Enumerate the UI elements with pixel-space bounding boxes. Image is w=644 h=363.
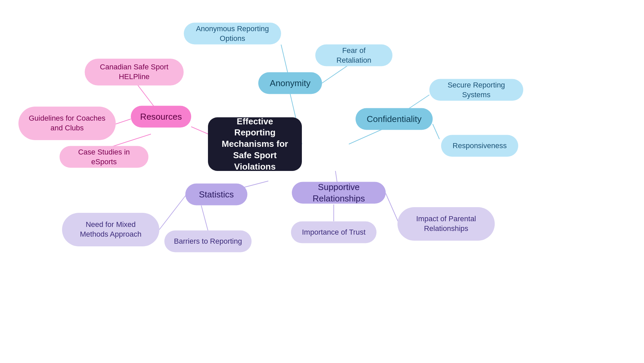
case-studies-node[interactable]: Case Studies in eSports: [60, 146, 149, 168]
svg-line-15: [386, 193, 399, 224]
supportive-node[interactable]: Supportive Relationships: [292, 182, 386, 204]
resources-node[interactable]: Resources: [131, 106, 191, 128]
svg-line-11: [159, 194, 186, 230]
fear-retaliation-node[interactable]: Fear of Retaliation: [315, 45, 392, 66]
responsiveness-node[interactable]: Responsiveness: [441, 135, 518, 157]
confidentiality-node[interactable]: Confidentiality: [356, 108, 433, 130]
impact-parental-node[interactable]: Impact of Parental Relationships: [397, 207, 495, 241]
importance-trust-node[interactable]: Importance of Trust: [291, 222, 377, 243]
barriers-node[interactable]: Barriers to Reporting: [164, 231, 252, 252]
guidelines-node[interactable]: Guidelines for Coaches and Clubs: [18, 107, 116, 140]
anonymous-reporting-node[interactable]: Anonymous Reporting Options: [184, 23, 281, 45]
svg-line-5: [433, 124, 439, 139]
statistics-node[interactable]: Statistics: [185, 184, 248, 205]
canadian-helpline-node[interactable]: Canadian Safe Sport HELPline: [85, 59, 184, 85]
center-node[interactable]: Effective Reporting Mechanisms for Safe …: [208, 117, 302, 171]
anonymity-node[interactable]: Anonymity: [258, 72, 322, 94]
secure-reporting-node[interactable]: Secure Reporting Systems: [429, 79, 523, 101]
need-mixed-node[interactable]: Need for Mixed Methods Approach: [62, 213, 159, 246]
svg-line-8: [116, 119, 131, 124]
svg-line-12: [201, 205, 208, 231]
